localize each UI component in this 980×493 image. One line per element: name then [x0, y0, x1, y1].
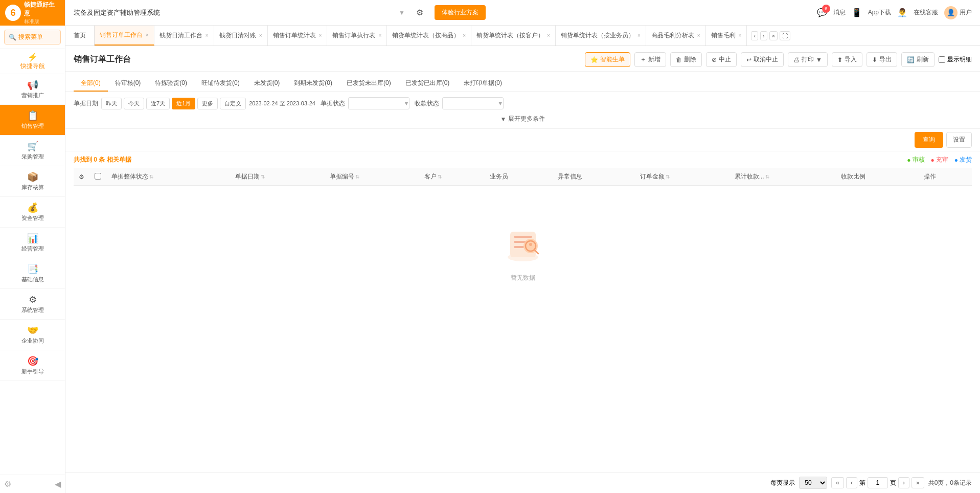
- message-icon-area[interactable]: 💬 6: [817, 8, 827, 17]
- tab-item-8[interactable]: 销货单统计表（按业务员）×: [556, 26, 646, 46]
- payment-select[interactable]: [442, 97, 504, 109]
- collapse-icon[interactable]: ◀: [55, 479, 61, 489]
- tab-item-4[interactable]: 销售订单统计表×: [268, 26, 328, 46]
- search-menu-button[interactable]: 🔍 搜索菜单: [4, 30, 61, 44]
- tab-item-6[interactable]: 销货单统计表（按商品）×: [387, 26, 471, 46]
- sub-tab-已发货已出库[interactable]: 已发货已出库(0): [398, 76, 457, 92]
- tab-item-7[interactable]: 销货单统计表（按客户）×: [471, 26, 556, 46]
- query-button[interactable]: 查询: [915, 132, 943, 148]
- tab-close-icon[interactable]: ×: [206, 33, 209, 38]
- tab-item-10[interactable]: 销售毛利×: [706, 26, 747, 46]
- sub-tab-到期未发货[interactable]: 到期未发货(0): [287, 76, 339, 92]
- sub-tab-全部[interactable]: 全部(0): [74, 76, 108, 92]
- sub-tab-待拣验货[interactable]: 待拣验货(0): [148, 76, 194, 92]
- user-area[interactable]: 👤 用户: [944, 6, 972, 19]
- tab-home[interactable]: 首页: [65, 26, 95, 46]
- stop-button[interactable]: ⊘ 中止: [706, 52, 737, 67]
- date-btn-今天[interactable]: 今天: [124, 98, 144, 109]
- system-title: 装备及固定资产辅助管理系统: [74, 8, 393, 17]
- show-detail-toggle[interactable]: 显示明细: [939, 55, 972, 64]
- tab-close-icon[interactable]: ×: [463, 33, 466, 38]
- audit-icon: ●: [907, 156, 910, 164]
- tab-close-icon[interactable]: ×: [319, 33, 322, 38]
- status-select[interactable]: [348, 97, 409, 109]
- sidebar-item-基础信息[interactable]: 📑基础信息: [0, 258, 65, 289]
- online-service-icon[interactable]: 👨‍💼: [897, 8, 907, 17]
- sidebar-item-企业协同[interactable]: 🤝企业协同: [0, 320, 65, 350]
- new-button[interactable]: ＋ 新增: [634, 52, 666, 67]
- sub-tab-已发货未出库[interactable]: 已发货未出库(0): [339, 76, 398, 92]
- last-page-button[interactable]: »: [911, 477, 924, 488]
- col-settings[interactable]: ⚙: [74, 168, 89, 186]
- page-size-select[interactable]: 2050100: [799, 477, 827, 489]
- date-btn-近1月[interactable]: 近1月: [172, 98, 195, 109]
- date-btn-近7天[interactable]: 近7天: [146, 98, 170, 109]
- tab-label: 销货单统计表（按商品）: [392, 31, 460, 40]
- page-header: 销售订单工作台 ⭐ 智能生单 ＋ 新增 🗑 删除 ⊘ 中止: [65, 46, 980, 72]
- tab-close-icon[interactable]: ×: [547, 33, 550, 38]
- tab-next-button[interactable]: ›: [760, 31, 767, 40]
- sidebar-item-库存核算[interactable]: 📦库存核算: [0, 166, 65, 197]
- tab-item-5[interactable]: 销售订单执行表×: [327, 26, 387, 46]
- tab-item-9[interactable]: 商品毛利分析表×: [646, 26, 706, 46]
- next-page-button[interactable]: ›: [898, 477, 909, 488]
- show-detail-checkbox[interactable]: [939, 56, 945, 63]
- tab-close-icon[interactable]: ×: [146, 32, 149, 38]
- message-label: 消息: [833, 8, 846, 17]
- date-btn-更多[interactable]: 更多: [197, 98, 218, 109]
- online-service-label[interactable]: 在线客服: [914, 8, 938, 17]
- settings-icon[interactable]: ⚙: [4, 479, 11, 489]
- first-page-button[interactable]: «: [831, 477, 844, 488]
- print-button[interactable]: 🖨 打印 ▼: [788, 52, 828, 67]
- sidebar-item-新手引导[interactable]: 🎯新手引导: [0, 350, 65, 381]
- industry-solution-button[interactable]: 体验行业方案: [435, 5, 486, 20]
- col-date: 单据日期⇅: [230, 168, 325, 186]
- tab-close-icon[interactable]: ×: [378, 33, 381, 38]
- sidebar-item-销售管理[interactable]: 📋销售管理: [0, 105, 65, 136]
- cancel-stop-button[interactable]: ↩ 取消中止: [741, 52, 784, 67]
- export-button[interactable]: ⬇ 导出: [867, 52, 897, 67]
- tab-close-icon[interactable]: ×: [739, 33, 742, 38]
- audit-button[interactable]: ● 审核: [907, 155, 924, 164]
- tab-prev-button[interactable]: ‹: [751, 31, 758, 40]
- date-btn-自定义[interactable]: 自定义: [220, 98, 246, 109]
- date-btn-昨天[interactable]: 昨天: [101, 98, 122, 109]
- app-download-icon[interactable]: 📱: [852, 8, 862, 17]
- delete-icon: 🗑: [676, 56, 682, 63]
- select-all-checkbox[interactable]: [95, 173, 101, 180]
- sidebar-item-经营管理[interactable]: 📊经营管理: [0, 228, 65, 258]
- sidebar-item-系统管理[interactable]: ⚙系统管理: [0, 289, 65, 320]
- tab-item-3[interactable]: 钱货日清对账×: [214, 26, 268, 46]
- tab-close-icon[interactable]: ×: [259, 33, 262, 38]
- import-button[interactable]: ⬆ 导入: [832, 52, 862, 67]
- sub-tab-待审核[interactable]: 待审核(0): [108, 76, 148, 92]
- refresh-button[interactable]: 🔄 刷新: [901, 52, 935, 67]
- sub-tab-未发货[interactable]: 未发货(0): [247, 76, 287, 92]
- sidebar-item-采购管理[interactable]: 🛒采购管理: [0, 136, 65, 166]
- tab-fullscreen-button[interactable]: ⛶: [780, 31, 790, 40]
- quick-nav-item[interactable]: ⚡ 快捷导航: [0, 49, 65, 74]
- prev-page-button[interactable]: ‹: [846, 477, 857, 488]
- sidebar-item-资金管理[interactable]: 💰资金管理: [0, 197, 65, 228]
- ai-create-button[interactable]: ⭐ 智能生单: [585, 52, 630, 67]
- delete-button[interactable]: 🗑 删除: [670, 52, 702, 67]
- main-area: 装备及固定资产辅助管理系统 ▼ ⚙ 体验行业方案 💬 6 消息 📱 App下载 …: [65, 0, 980, 493]
- filter-setting-button[interactable]: 设置: [946, 132, 972, 148]
- chevron-down-icon[interactable]: ▼: [399, 9, 405, 16]
- cancel-audit-button[interactable]: ● 充审: [931, 155, 948, 164]
- sub-tab-未打印单据[interactable]: 未打印单据(0): [457, 76, 509, 92]
- page-number-input[interactable]: [868, 477, 888, 488]
- sidebar-item-营销推广[interactable]: 📢营销推广: [0, 74, 65, 105]
- ship-button[interactable]: ● 发货: [954, 155, 972, 164]
- tab-close-icon[interactable]: ×: [637, 33, 641, 38]
- tab-item-2[interactable]: 钱货日清工作台×: [154, 26, 214, 46]
- tab-label: 钱货日清工作台: [159, 31, 202, 40]
- expand-filter-button[interactable]: ▼ 展开更多条件: [500, 115, 545, 123]
- tab-close-all-button[interactable]: ×: [769, 31, 778, 40]
- tab-item-1[interactable]: 销售订单工作台×: [95, 26, 154, 46]
- tab-close-icon[interactable]: ×: [697, 33, 700, 38]
- date-quick-buttons: 昨天今天近7天近1月更多自定义: [101, 98, 246, 109]
- sub-tab-旺铺待发货[interactable]: 旺铺待发货(0): [194, 76, 247, 92]
- settings-button[interactable]: ⚙: [411, 5, 428, 20]
- app-download-label[interactable]: App下载: [868, 8, 891, 17]
